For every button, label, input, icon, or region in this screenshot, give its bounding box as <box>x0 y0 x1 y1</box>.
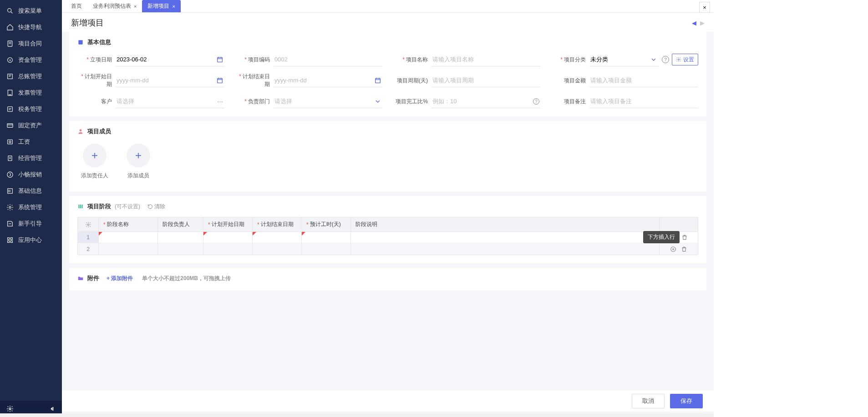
folder-icon <box>77 275 84 281</box>
svg-point-45 <box>80 129 82 131</box>
section-title: 附件 <box>87 274 99 282</box>
stage-hours-cell[interactable] <box>302 232 351 243</box>
field-label: 计划开始日期 <box>85 73 112 87</box>
sidebar-item-tax[interactable]: 税务管理 <box>0 101 62 117</box>
cancel-button[interactable]: 取消 <box>632 394 665 408</box>
sidebar-item-salary[interactable]: 工资 <box>0 134 62 150</box>
stage-end-cell[interactable] <box>253 243 302 255</box>
project-code-input[interactable] <box>274 53 382 66</box>
chevron-down-icon[interactable] <box>374 98 381 105</box>
prev-record-icon[interactable]: ◀ <box>692 20 696 26</box>
footer-actions: 取消 保存 <box>62 390 714 412</box>
insert-row-tooltip: 下方插入行 <box>643 231 680 243</box>
sidebar-item-asset[interactable]: 固定资产 <box>0 117 62 134</box>
project-date-input[interactable] <box>116 53 224 66</box>
project-name-input[interactable] <box>431 53 540 66</box>
project-cycle-input[interactable] <box>431 74 540 87</box>
sidebar-item-reimburse[interactable]: 小畅报销 <box>0 166 62 183</box>
col-stage-lead: 阶段负责人 <box>162 221 190 228</box>
add-attachment-button[interactable]: + 添加附件 <box>107 275 133 282</box>
insert-row-icon[interactable] <box>670 246 676 252</box>
stage-lead-cell[interactable] <box>158 232 203 243</box>
tab-new-project[interactable]: 新增项目 × <box>142 0 180 12</box>
help-icon[interactable]: ? <box>533 98 539 105</box>
more-icon[interactable]: ⋯ <box>216 98 223 105</box>
delete-row-icon[interactable] <box>681 246 687 252</box>
field-label: 立项日期 <box>90 56 112 63</box>
sidebar-item-ledger[interactable]: 总账管理 <box>0 68 62 85</box>
calendar-icon[interactable] <box>216 56 223 63</box>
plan-start-input[interactable] <box>116 74 224 87</box>
calendar-icon[interactable] <box>216 77 223 84</box>
sidebar-item-search[interactable]: 搜索菜单 <box>0 3 62 19</box>
tab-profit-estimate[interactable]: 业务利润预估表 × <box>87 0 142 12</box>
stage-lead-cell[interactable] <box>158 243 203 255</box>
asset-icon <box>6 122 14 129</box>
project-category-select[interactable] <box>589 53 659 66</box>
invoice-icon <box>6 89 14 96</box>
gear-icon <box>6 204 14 211</box>
tax-icon <box>6 106 14 113</box>
stage-end-cell[interactable] <box>253 232 302 243</box>
stage-hours-cell[interactable] <box>302 243 351 255</box>
progress-input[interactable] <box>431 95 540 108</box>
stage-name-cell[interactable] <box>99 232 158 243</box>
horizontal-scrollbar[interactable] <box>0 413 714 417</box>
chevron-down-icon[interactable] <box>650 56 657 63</box>
sidebar-item-funds[interactable]: ¥ 资金管理 <box>0 52 62 68</box>
table-settings-icon[interactable] <box>85 221 91 228</box>
document-icon <box>6 40 14 47</box>
sidebar-item-quicknav[interactable]: 快捷导航 <box>0 19 62 35</box>
stage-desc-cell[interactable] <box>351 232 660 243</box>
next-record-icon: ▶ <box>700 20 705 26</box>
customer-select[interactable] <box>116 95 224 108</box>
sidebar-item-basicinfo[interactable]: 基础信息 <box>0 183 62 199</box>
clear-stages-button[interactable]: 清除 <box>147 203 165 211</box>
svg-rect-11 <box>8 107 13 112</box>
close-icon[interactable]: × <box>172 4 175 9</box>
info-icon <box>6 187 14 195</box>
delete-row-icon[interactable] <box>681 234 688 241</box>
add-owner-button[interactable]: + 添加责任人 <box>81 144 108 180</box>
svg-rect-25 <box>8 238 10 240</box>
stage-row[interactable]: 2 <box>78 243 698 255</box>
svg-rect-41 <box>376 78 381 83</box>
field-label: 项目分类 <box>564 56 586 63</box>
basic-info-section: 基本信息 *立项日期 *项目编码 <box>69 32 706 116</box>
stage-start-cell[interactable] <box>203 232 253 243</box>
window-close-button[interactable]: × <box>699 2 710 13</box>
sidebar-item-project-contract[interactable]: 项目合同 <box>0 35 62 52</box>
category-settings-button[interactable]: 设置 <box>672 54 698 65</box>
save-button[interactable]: 保存 <box>670 394 703 408</box>
department-select[interactable] <box>274 95 382 108</box>
sidebar-item-guide[interactable]: 新手引导 <box>0 216 62 232</box>
close-icon[interactable]: × <box>134 4 137 9</box>
plus-icon: + <box>127 144 150 167</box>
section-title: 项目阶段 <box>87 202 111 211</box>
plan-end-input[interactable] <box>274 74 382 87</box>
sidebar-item-system[interactable]: 系统管理 <box>0 199 62 216</box>
settings-label: 设置 <box>683 56 694 64</box>
stage-start-cell[interactable] <box>203 243 253 255</box>
remark-input[interactable] <box>589 95 698 108</box>
sidebar-item-business[interactable]: 经营管理 <box>0 150 62 166</box>
sidebar-item-invoice[interactable]: 发票管理 <box>0 85 62 101</box>
settings-icon[interactable] <box>6 405 14 412</box>
sidebar-item-apps[interactable]: 应用中心 <box>0 232 62 248</box>
stage-row[interactable]: 1 <box>78 232 698 243</box>
clear-label: 清除 <box>154 203 165 211</box>
svg-rect-47 <box>80 205 81 208</box>
tab-home[interactable]: 首页 <box>66 0 87 12</box>
sidebar-label: 应用中心 <box>18 236 42 244</box>
sidebar-label: 搜索菜单 <box>18 7 42 15</box>
stage-desc-cell[interactable] <box>351 243 660 255</box>
field-label: 项目周期(天) <box>397 77 428 84</box>
add-member-button[interactable]: + 添加成员 <box>127 144 150 180</box>
help-icon[interactable]: ? <box>662 56 669 63</box>
project-amount-input[interactable] <box>589 74 698 87</box>
collapse-icon[interactable] <box>48 405 56 412</box>
close-icon: × <box>703 4 706 11</box>
stage-name-cell[interactable] <box>99 243 158 255</box>
ledger-icon <box>6 73 14 80</box>
calendar-icon[interactable] <box>374 77 381 84</box>
